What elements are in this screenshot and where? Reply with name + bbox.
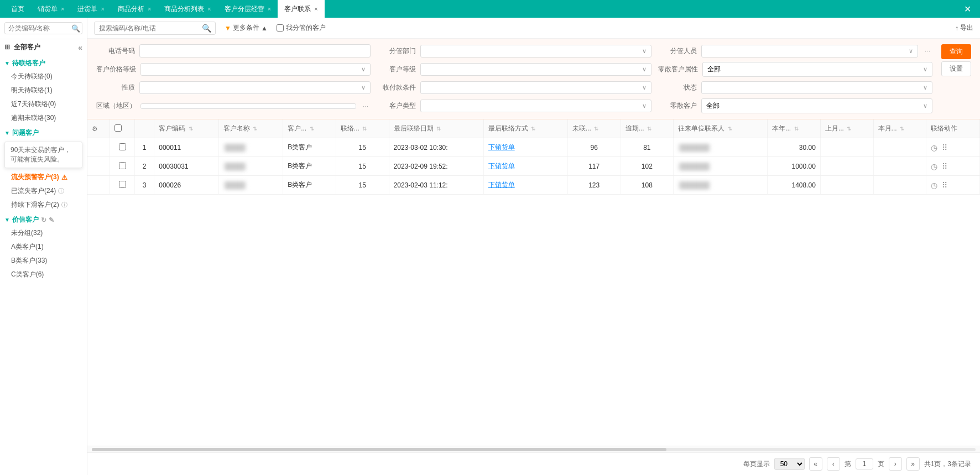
- all-customers-item[interactable]: ⊞ 全部客户 «: [0, 39, 87, 55]
- sidebar-item-ungroups[interactable]: 未分组(32): [0, 226, 87, 240]
- col-checkbox-header[interactable]: [110, 119, 135, 138]
- section-problem-customers[interactable]: ▼ 问题客户: [0, 125, 87, 139]
- prev-page-button[interactable]: ‹: [827, 457, 840, 471]
- cell-checkbox-0[interactable]: [110, 138, 135, 157]
- col-settings[interactable]: ⚙: [87, 119, 110, 138]
- col-type-header[interactable]: 客户... ⇅: [283, 119, 336, 138]
- refresh-icon[interactable]: ↻: [41, 216, 46, 224]
- customer-type-select[interactable]: ∨: [420, 100, 651, 112]
- payment-select[interactable]: ∨: [420, 81, 651, 94]
- sidebar-item-class-b[interactable]: B类客户(33): [0, 254, 87, 268]
- close-sales-icon[interactable]: ×: [61, 6, 64, 12]
- horizontal-scrollbar[interactable]: [87, 446, 980, 452]
- region-select[interactable]: [140, 103, 356, 109]
- filter-search-input[interactable]: [94, 22, 216, 35]
- col-last-month-header[interactable]: 上月... ⇅: [820, 119, 873, 138]
- phone-input[interactable]: [139, 44, 371, 58]
- col-last-contact-date-header[interactable]: 最后联络日期 ⇅: [389, 119, 483, 138]
- per-page-select[interactable]: 50 100 200: [774, 458, 805, 470]
- row-checkbox-2[interactable]: [119, 181, 126, 188]
- casual-attr-select[interactable]: 全部 ∨: [702, 62, 932, 77]
- sidebar-item-churn-warning[interactable]: 流失预警客户(3) ⚠: [0, 170, 87, 184]
- col-this-month-header[interactable]: 本月... ⇅: [873, 119, 926, 138]
- section-pending-contact[interactable]: ▼ 待联络客户: [0, 55, 87, 70]
- row-checkbox-0[interactable]: [119, 143, 126, 150]
- contact-icon-0[interactable]: ◷: [931, 143, 937, 152]
- col-name-header[interactable]: 客户名称 ⇅: [218, 119, 283, 138]
- row-checkbox-1[interactable]: [119, 162, 126, 169]
- cell-checkbox-2[interactable]: [110, 176, 135, 195]
- edit-icon[interactable]: ✎: [49, 216, 54, 224]
- status-select[interactable]: ∨: [701, 81, 932, 94]
- export-button[interactable]: ↑ 导出: [955, 23, 973, 33]
- cell-name-0: ████: [218, 138, 283, 157]
- nav-purchase[interactable]: 进货单 ×: [71, 0, 111, 18]
- casual-select[interactable]: 全部 ∨: [701, 98, 932, 113]
- last-page-button[interactable]: »: [906, 457, 920, 471]
- page-label-prefix: 第: [845, 460, 851, 469]
- more-conditions-button[interactable]: ▼ 更多条件 ▲: [220, 21, 272, 35]
- sidebar-collapse-icon[interactable]: «: [78, 43, 82, 52]
- cell-last-contact-method-1[interactable]: 下销货单: [483, 157, 567, 176]
- first-page-button[interactable]: «: [809, 457, 822, 471]
- cell-unlinked-1: 117: [567, 157, 621, 176]
- cell-code-0: 000011: [154, 138, 218, 157]
- contact-icon-1[interactable]: ◷: [931, 162, 937, 171]
- sidebar-item-class-a[interactable]: A类客户(1): [0, 240, 87, 254]
- more-dots-icon[interactable]: ···: [925, 47, 930, 55]
- nature-select[interactable]: ∨: [139, 81, 371, 94]
- col-overdue-header[interactable]: 逾期... ⇅: [621, 119, 674, 138]
- my-customers-checkbox[interactable]: 我分管的客户: [277, 23, 326, 33]
- next-page-button[interactable]: ›: [889, 457, 902, 471]
- sidebar-search-input[interactable]: [4, 22, 82, 34]
- col-code-header[interactable]: 客户编码 ⇅: [154, 119, 218, 138]
- close-customer-tier-icon[interactable]: ×: [268, 6, 271, 12]
- dept-select[interactable]: ∨: [420, 45, 651, 58]
- sidebar-item-today[interactable]: 今天待联络(0): [0, 70, 87, 83]
- cell-checkbox-1[interactable]: [110, 157, 135, 176]
- close-purchase-icon[interactable]: ×: [101, 6, 104, 12]
- contact-icon-2[interactable]: ◷: [931, 181, 937, 190]
- col-unlinked-header[interactable]: 未联... ⇅: [567, 119, 621, 138]
- nav-sales[interactable]: 销货单 ×: [31, 0, 71, 18]
- more-action-icon-1[interactable]: ⠿: [942, 162, 947, 171]
- more-action-icon-0[interactable]: ⠿: [942, 143, 947, 152]
- sidebar-item-declining[interactable]: 持续下滑客户(2) ⓘ: [0, 198, 87, 212]
- close-all-button[interactable]: ✕: [960, 4, 976, 14]
- nav-customer-tier[interactable]: 客户分层经营 ×: [218, 0, 278, 18]
- sidebar-item-7days[interactable]: 近7天待联络(0): [0, 97, 87, 111]
- sidebar-item-tomorrow[interactable]: 明天待联络(1): [0, 83, 87, 97]
- customer-level-select[interactable]: ∨: [420, 63, 651, 76]
- nav-home[interactable]: 首页: [4, 0, 31, 18]
- nav-goods-analysis[interactable]: 商品分析 ×: [111, 0, 158, 18]
- region-more-dots[interactable]: ···: [363, 102, 368, 110]
- cell-last-contact-method-2[interactable]: 下销货单: [483, 176, 567, 195]
- manager-select[interactable]: ∨: [701, 45, 918, 58]
- query-button[interactable]: 查询: [941, 44, 971, 59]
- close-goods-analysis-icon[interactable]: ×: [148, 6, 151, 12]
- sidebar-item-overdue[interactable]: 逾期未联络(30): [0, 111, 87, 125]
- col-this-year-header[interactable]: 本年... ⇅: [768, 119, 821, 138]
- section-value-customers[interactable]: ▼ 价值客户 ↻ ✎: [0, 212, 87, 226]
- col-last-contact-method-header[interactable]: 最后联络方式 ⇅: [483, 119, 567, 138]
- scrollbar-track[interactable]: [92, 448, 976, 451]
- contact-method-link-1[interactable]: 下销货单: [488, 162, 515, 170]
- sidebar-item-class-c[interactable]: C类客户(6): [0, 268, 87, 281]
- nav-goods-list[interactable]: 商品分析列表 ×: [158, 0, 217, 18]
- sidebar-item-churned[interactable]: 已流失客户(24) ⓘ: [0, 184, 87, 198]
- settings-button[interactable]: 设置: [941, 61, 971, 76]
- my-customers-check-input[interactable]: [277, 24, 284, 32]
- select-all-checkbox[interactable]: [114, 124, 122, 132]
- col-contact-header[interactable]: 联络... ⇅: [336, 119, 389, 138]
- more-action-icon-2[interactable]: ⠿: [942, 181, 947, 190]
- contact-method-link-0[interactable]: 下销货单: [488, 143, 515, 151]
- close-goods-list-icon[interactable]: ×: [207, 6, 211, 12]
- cell-last-contact-method-0[interactable]: 下销货单: [483, 138, 567, 157]
- contact-method-link-2[interactable]: 下销货单: [488, 181, 515, 189]
- nav-customer-contact[interactable]: 客户联系 ×: [278, 0, 324, 18]
- close-customer-contact-icon[interactable]: ×: [314, 6, 317, 12]
- col-unit-contact-header[interactable]: 往来单位联系人 ⇅: [674, 119, 768, 138]
- price-level-select[interactable]: ∨: [140, 63, 371, 76]
- page-input[interactable]: [856, 458, 873, 469]
- scrollbar-thumb[interactable]: [92, 448, 666, 451]
